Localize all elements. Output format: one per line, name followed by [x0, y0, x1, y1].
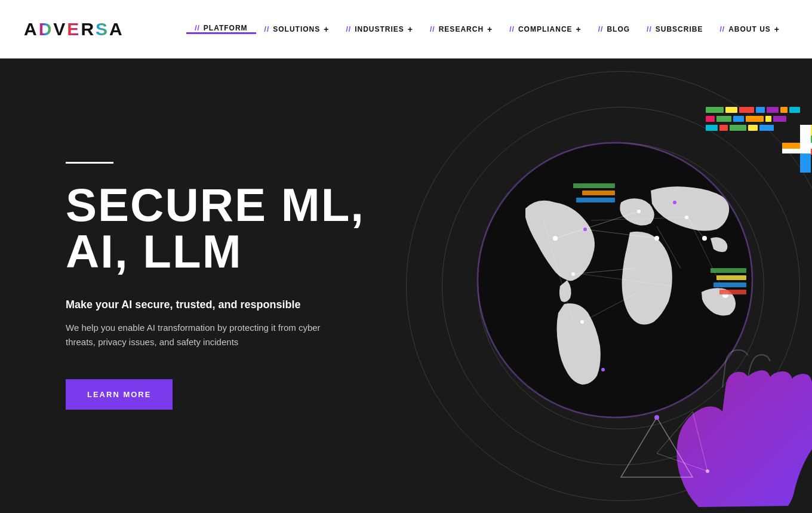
bar-orange-1 — [780, 107, 788, 113]
bar-green-1 — [706, 107, 724, 113]
nav-item-blog[interactable]: // BLOG — [590, 25, 638, 33]
nav-slash-industries: // — [346, 25, 351, 33]
triangle-dot — [654, 415, 659, 420]
nav-slash-platform: // — [195, 24, 200, 32]
globe-bar-top-3 — [576, 198, 615, 202]
bar-blue-2 — [733, 116, 744, 122]
site-header: ADVERSA // PLATFORM // SOLUTIONS + // IN… — [0, 0, 812, 59]
bar-yellow-3 — [748, 125, 758, 131]
data-bar-row-1 — [706, 107, 800, 113]
logo[interactable]: ADVERSA — [24, 19, 124, 39]
nav-label-platform: PLATFORM — [204, 24, 248, 32]
nav-slash-subscribe: // — [647, 25, 652, 33]
bar-purple-1 — [767, 107, 779, 113]
bar-pink-2 — [706, 116, 715, 122]
main-nav: // PLATFORM // SOLUTIONS + // INDUSTRIES… — [160, 24, 788, 34]
bar-red-1 — [739, 107, 754, 113]
hero-subtitle: Make your AI secure, trusted, and respon… — [66, 299, 406, 311]
globe-wrapper — [394, 59, 812, 513]
hero-content: SECURE ML, AI, LLM Make your AI secure, … — [0, 114, 406, 457]
nav-plus-compliance: + — [576, 24, 582, 34]
bar-cyan-1 — [789, 107, 800, 113]
nav-plus-research: + — [487, 24, 493, 34]
node-7 — [702, 236, 707, 241]
triangle-2 — [657, 411, 708, 471]
nav-slash-compliance: // — [509, 25, 515, 33]
nav-label-blog: BLOG — [607, 25, 630, 33]
nav-item-industries[interactable]: // INDUSTRIES + — [337, 24, 422, 34]
nav-item-research[interactable]: // RESEARCH + — [422, 24, 501, 34]
learn-more-button[interactable]: LEARN MORE — [66, 379, 173, 410]
node-10 — [685, 216, 688, 219]
bar-yellow-2 — [765, 116, 771, 122]
plus-accent-5 — [800, 153, 811, 173]
nav-label-subscribe: SUBSCRIBE — [656, 25, 703, 33]
node-1 — [553, 236, 558, 241]
bar-blue-1 — [756, 107, 765, 113]
nav-slash-solutions: // — [264, 25, 270, 33]
nav-plus-solutions: + — [324, 24, 329, 34]
triangles-svg — [609, 394, 716, 483]
nav-item-compliance[interactable]: // COMPLIANCE + — [501, 24, 590, 34]
bar-orange-2 — [746, 116, 764, 122]
hero-divider — [66, 162, 113, 164]
plus-cross-svg — [776, 119, 812, 179]
node-6 — [673, 201, 676, 204]
bar-green-2 — [716, 116, 731, 122]
nav-label-research: RESEARCH — [439, 25, 484, 33]
nav-plus-industries: + — [408, 24, 413, 34]
node-3 — [583, 228, 587, 231]
globe-bar-1 — [710, 268, 746, 273]
node-5 — [571, 272, 575, 276]
bar-red-3 — [719, 125, 728, 131]
nav-item-subscribe[interactable]: // SUBSCRIBE — [638, 25, 711, 33]
nav-label-about: ABOUT US — [728, 25, 771, 33]
hero-section: SECURE ML, AI, LLM Make your AI secure, … — [0, 59, 812, 513]
node-2 — [637, 210, 641, 213]
node-4 — [654, 236, 659, 241]
globe-bar-2 — [716, 275, 746, 280]
nav-item-about[interactable]: // ABOUT US + — [711, 24, 788, 34]
plus-accent-3 — [782, 143, 800, 149]
nav-label-solutions: SOLUTIONS — [273, 25, 320, 33]
logo-text: ADVERSA — [24, 19, 124, 39]
globe-bar-top-1 — [573, 183, 615, 188]
node-8 — [580, 320, 584, 324]
bar-yellow-1 — [725, 107, 737, 113]
nav-slash-blog: // — [598, 25, 604, 33]
plus-cross-container — [776, 119, 812, 181]
bar-blue-3 — [759, 125, 774, 131]
nav-item-platform[interactable]: // PLATFORM — [186, 24, 256, 34]
nav-slash-research: // — [430, 25, 435, 33]
globe-bar-top-2 — [582, 191, 615, 195]
triangle-1 — [621, 417, 693, 477]
nav-item-solutions[interactable]: // SOLUTIONS + — [256, 24, 338, 34]
hero-description: We help you enable AI transformation by … — [66, 321, 340, 349]
nav-plus-about: + — [774, 24, 780, 34]
bar-cyan-3 — [706, 125, 718, 131]
nav-slash-about: // — [719, 25, 725, 33]
nav-label-industries: INDUSTRIES — [355, 25, 404, 33]
nav-label-compliance: COMPLIANCE — [518, 25, 573, 33]
hero-title: SECURE ML, AI, LLM — [66, 182, 406, 275]
hero-globe-visual — [394, 59, 812, 513]
bar-green-3 — [730, 125, 746, 131]
triangle-dot-2 — [706, 469, 709, 473]
node-11 — [601, 368, 605, 371]
